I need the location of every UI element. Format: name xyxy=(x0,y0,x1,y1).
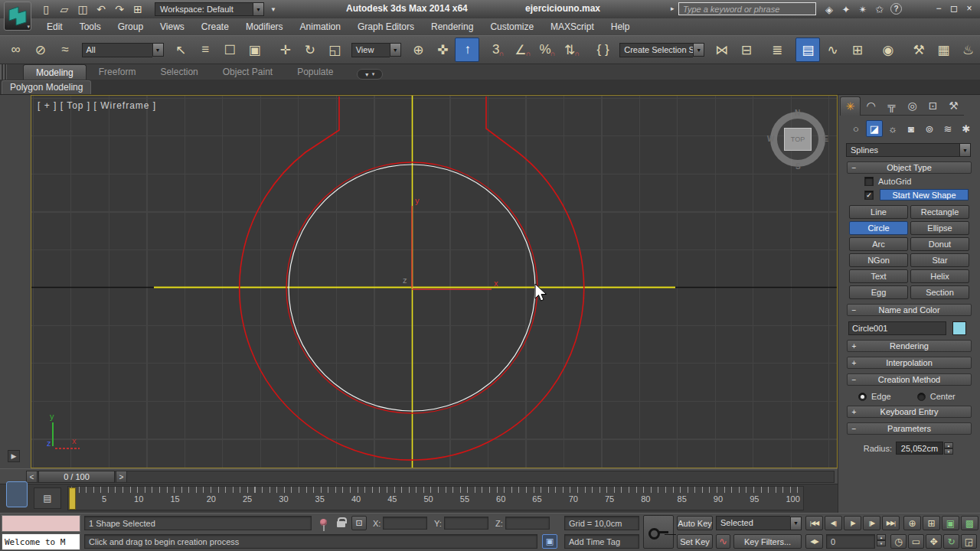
menu-item[interactable]: Modifiers xyxy=(237,21,292,32)
viewcube-south[interactable]: S xyxy=(795,162,801,171)
percent-snap-toggle-icon[interactable]: %∩ xyxy=(535,37,560,62)
tab-hierarchy-icon[interactable]: ╦ xyxy=(881,96,902,116)
object-name-field[interactable]: Circle001 xyxy=(848,321,946,335)
top-viewport[interactable]: [ + ] [ Top ] [ Wireframe ] y x z y x z xyxy=(31,95,838,468)
viewcube-east[interactable]: E xyxy=(823,135,828,143)
menu-item[interactable]: Help xyxy=(603,21,639,32)
key-mode-toggle-icon[interactable]: ◀▶ xyxy=(805,534,823,549)
unlink-selection-icon[interactable]: ⊘ xyxy=(28,37,52,62)
menu-item[interactable]: Create xyxy=(193,21,237,32)
help-icon[interactable]: ? xyxy=(890,3,902,15)
render-setup-icon[interactable]: ⚒ xyxy=(906,37,931,62)
track-bar-ruler[interactable]: 0510152025303540455055606570758085909510… xyxy=(67,486,804,510)
next-frame-arrow[interactable]: > xyxy=(116,471,127,483)
object-type-button[interactable]: Arc xyxy=(849,237,908,251)
left-pane-arrow-icon[interactable]: ▶ xyxy=(8,450,20,462)
select-object-icon[interactable]: ↖ xyxy=(168,37,193,62)
time-slider-handle[interactable]: 0 / 100 xyxy=(38,471,115,483)
y-coordinate-field[interactable] xyxy=(444,517,488,530)
manage-layers-icon[interactable]: ≣ xyxy=(765,37,789,62)
menu-item[interactable]: Group xyxy=(109,21,152,32)
category-lights-icon[interactable]: ☼ xyxy=(884,120,901,137)
select-and-manipulate-icon[interactable]: ✜ xyxy=(430,37,455,62)
viewcube-west[interactable]: W xyxy=(767,135,774,143)
selection-lock-icon[interactable] xyxy=(337,521,345,527)
select-by-name-icon[interactable]: ≡ xyxy=(193,37,217,62)
auto-key-button[interactable]: Auto Key xyxy=(677,516,713,530)
category-cameras-icon[interactable]: ◙ xyxy=(903,120,920,137)
spinner-down-icon[interactable]: ▾ xyxy=(877,540,886,546)
app-menu-button[interactable]: ▾ xyxy=(4,2,31,31)
go-to-end-icon[interactable]: ▶▶| xyxy=(882,516,900,530)
key-filters-button[interactable]: Key Filters... xyxy=(733,534,802,549)
orbit-icon[interactable]: ↻ xyxy=(943,534,959,549)
current-frame-marker[interactable] xyxy=(69,487,76,510)
pan-icon[interactable]: ✥ xyxy=(926,534,942,549)
rollout-keyboard-entry[interactable]: + Keyboard Entry xyxy=(847,406,972,418)
play-icon[interactable]: |▶ xyxy=(844,516,861,530)
rendered-frame-window-icon[interactable]: ▦ xyxy=(931,37,956,62)
listener-pin-icon[interactable] xyxy=(320,519,327,526)
spinner-snap-toggle-icon[interactable]: ⇅∩ xyxy=(560,37,584,62)
menu-item[interactable]: Graph Editors xyxy=(349,21,423,32)
favorites-star-icon[interactable]: ✩ xyxy=(871,1,888,18)
redo-icon[interactable]: ↷ xyxy=(110,1,129,18)
object-type-button[interactable]: Ellipse xyxy=(910,221,969,235)
select-and-scale-icon[interactable]: ◱ xyxy=(322,37,347,62)
ribbon-tab[interactable]: Modeling xyxy=(23,64,87,80)
schematic-view-icon[interactable]: ⊞ xyxy=(844,37,869,62)
isolate-selection-icon[interactable]: ▣ xyxy=(542,534,557,549)
category-helpers-icon[interactable]: ⊚ xyxy=(921,120,938,137)
autogrid-checkbox[interactable] xyxy=(864,177,874,186)
menu-item[interactable]: Customize xyxy=(482,21,542,32)
object-type-button[interactable]: Rectangle xyxy=(910,205,969,219)
time-slider-track[interactable] xyxy=(26,471,835,483)
object-color-swatch[interactable] xyxy=(952,321,966,335)
ribbon-minimize-icon[interactable]: ▼▾ xyxy=(357,69,383,80)
go-to-start-icon[interactable]: |◀◀ xyxy=(805,516,823,530)
material-editor-icon[interactable]: ◉ xyxy=(875,37,900,62)
x-coordinate-field[interactable] xyxy=(383,517,427,530)
toggle-ribbon-icon[interactable]: ▤ xyxy=(795,37,820,62)
object-type-button[interactable]: Helix xyxy=(910,269,969,283)
rollout-object-type[interactable]: − Object Type xyxy=(847,161,972,174)
previous-frame-arrow[interactable]: < xyxy=(26,471,38,483)
object-type-button[interactable]: Star xyxy=(910,253,969,267)
spinner-down-icon[interactable]: ▾ xyxy=(944,448,953,455)
window-crossing-icon[interactable]: ▣ xyxy=(242,37,266,62)
coordinate-system-dropdown[interactable]: View ▼ xyxy=(351,43,401,57)
mini-curve-editor-icon[interactable]: ▤ xyxy=(34,487,61,509)
selection-region-icon[interactable]: ▭ xyxy=(908,534,924,549)
tab-display-icon[interactable]: ⊡ xyxy=(923,96,943,116)
creation-method-option[interactable]: Center xyxy=(917,392,956,401)
object-type-button[interactable]: NGon xyxy=(849,253,908,267)
rectangular-selection-region-icon[interactable]: ☐ xyxy=(217,37,242,62)
ribbon-tab[interactable]: Selection xyxy=(148,64,210,80)
toolbar-flyout-icon[interactable]: ▼ xyxy=(270,6,276,13)
rollout-creation-method[interactable]: − Creation Method xyxy=(847,373,972,386)
tab-polygon-modeling[interactable]: Polygon Modeling xyxy=(2,80,91,94)
radius-spinner[interactable]: ▴ ▾ xyxy=(944,442,953,455)
key-set-dropdown[interactable]: Selected ▼ xyxy=(716,516,802,530)
undo-icon[interactable]: ↶ xyxy=(92,1,110,18)
viewcube[interactable]: N S W E TOP xyxy=(768,109,828,169)
object-type-button[interactable]: Section xyxy=(910,285,969,299)
tab-modify-icon[interactable]: ◠ xyxy=(861,96,881,116)
absolute-mode-icon[interactable]: ⊡ xyxy=(351,516,367,530)
category-geometry-icon[interactable]: ○ xyxy=(848,120,864,137)
object-type-button[interactable]: Circle xyxy=(849,221,908,235)
maximize-viewport-icon[interactable]: ◲ xyxy=(961,534,977,549)
previous-frame-icon[interactable]: ◀|| xyxy=(825,516,842,530)
bind-to-space-warp-icon[interactable]: ≈ xyxy=(52,37,77,62)
communication-center-icon[interactable]: ✴ xyxy=(854,1,871,18)
object-type-button[interactable]: Line xyxy=(849,205,908,219)
next-frame-icon[interactable]: ||▶ xyxy=(863,516,880,530)
object-type-button[interactable]: Egg xyxy=(849,285,908,299)
viewport-layout-tab[interactable] xyxy=(6,481,28,507)
menu-item[interactable]: Tools xyxy=(71,21,109,32)
spline-type-dropdown[interactable]: Splines ▼ xyxy=(846,143,980,157)
start-new-shape-checkbox[interactable]: ✓ xyxy=(864,191,874,200)
zoom-extents-all-icon[interactable]: ▩ xyxy=(961,516,978,530)
radio-button[interactable] xyxy=(917,393,926,401)
category-space-warps-icon[interactable]: ≋ xyxy=(939,120,956,137)
